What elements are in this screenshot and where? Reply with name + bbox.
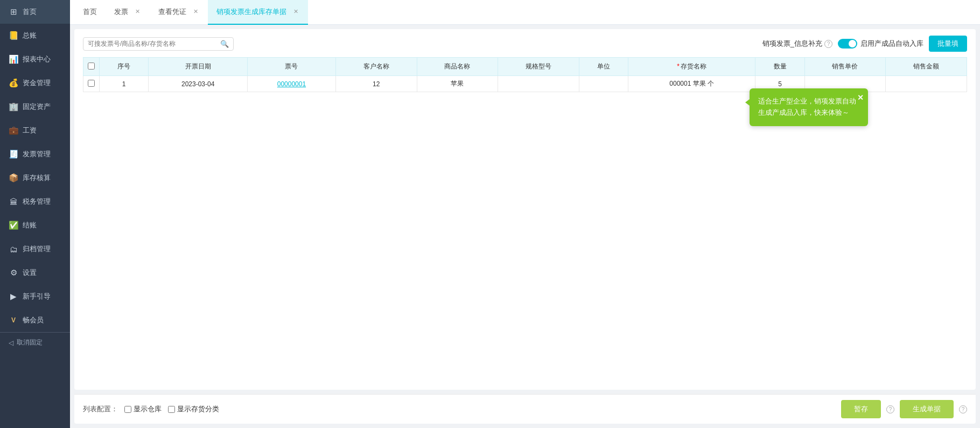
sidebar-item-tax[interactable]: 🏛 税务管理 — [0, 190, 70, 213]
home-icon: ⊞ — [9, 7, 18, 17]
sidebar-item-member[interactable]: V 畅会员 — [0, 308, 70, 332]
row-checkbox[interactable] — [88, 80, 95, 87]
sidebar-item-salary[interactable]: 💼 工资 — [0, 119, 70, 142]
sidebar-item-archive[interactable]: 🗂 归档管理 — [0, 237, 70, 261]
info-label-text: 销项发票_信息补充 — [762, 39, 822, 49]
row-checkbox-cell — [83, 76, 100, 92]
invoice-mgmt-icon: 🧾 — [9, 149, 18, 159]
bottom-bar: 列表配置： 显示仓库 显示存货分类 暂存 ? 生成单据 ? — [74, 394, 976, 424]
col-seq: 序号 — [100, 58, 149, 76]
col-product: 商品名称 — [417, 58, 498, 76]
sidebar-item-home[interactable]: ⊞ 首页 — [0, 0, 70, 24]
archive-icon: 🗂 — [9, 245, 18, 254]
show-category-label[interactable]: 显示存货分类 — [168, 404, 219, 414]
row-product: 苹果 — [417, 76, 498, 92]
tab-invoice[interactable]: 发票 ✕ — [106, 0, 150, 25]
col-qty: 数量 — [755, 58, 804, 76]
generate-button[interactable]: 生成单据 — [900, 400, 954, 418]
batch-fill-button[interactable]: 批量填 — [929, 36, 967, 52]
col-ticket-no: 票号 — [248, 58, 336, 76]
col-inventory: *存货名称 — [628, 58, 755, 76]
col-unit: 单位 — [579, 58, 628, 76]
toolbar-row: 🔍 销项发票_信息补充 ? 启用产成品自动入库 批量填 — [83, 36, 967, 52]
funds-icon: 💰 — [9, 78, 18, 88]
row-date: 2023-03-04 — [149, 76, 248, 92]
row-amount — [886, 76, 967, 92]
tab-home[interactable]: 首页 — [74, 0, 106, 25]
toggle-knob — [849, 40, 856, 47]
settings-icon: ⚙ — [9, 268, 18, 278]
tab-sales-invoice-close[interactable]: ✕ — [292, 8, 299, 16]
sidebar-item-guide[interactable]: ▶ 新手引导 — [0, 285, 70, 308]
search-wrap: 🔍 — [83, 37, 234, 51]
save-button[interactable]: 暂存 — [841, 400, 881, 418]
row-inventory: 000001 苹果 个 — [628, 76, 755, 92]
show-category-checkbox[interactable] — [168, 406, 175, 413]
row-spec — [498, 76, 579, 92]
ledger-icon: 📒 — [9, 31, 18, 40]
auto-warehouse-toggle[interactable] — [838, 39, 857, 49]
tooltip-text: 适合生产型企业，销项发票自动生成产成品入库，快来体验～ — [758, 97, 856, 116]
tooltip-popup: ✕ 适合生产型企业，销项发票自动生成产成品入库，快来体验～ — [750, 88, 868, 126]
row-seq: 1 — [100, 76, 149, 92]
guide-icon: ▶ — [9, 292, 18, 301]
search-icon: 🔍 — [220, 40, 229, 48]
sidebar-item-funds[interactable]: 💰 资金管理 — [0, 71, 70, 95]
tab-sales-invoice[interactable]: 销项发票生成库存单据 ✕ — [208, 0, 308, 25]
tab-invoice-close[interactable]: ✕ — [134, 8, 141, 16]
reports-icon: 📊 — [9, 54, 18, 64]
main-area: 首页 发票 ✕ 查看凭证 ✕ 销项发票生成库存单据 ✕ 🔍 销项发票_信息补充 … — [70, 0, 980, 428]
tab-voucher[interactable]: 查看凭证 ✕ — [150, 0, 208, 25]
info-label-wrap: 销项发票_信息补充 ? — [762, 39, 832, 49]
tax-icon: 🏛 — [9, 197, 18, 206]
col-spec: 规格型号 — [498, 58, 579, 76]
col-unit-price: 销售单价 — [804, 58, 886, 76]
sidebar-item-assets[interactable]: 🏢 固定资产 — [0, 95, 70, 119]
sidebar-item-settings[interactable]: ⚙ 设置 — [0, 261, 70, 285]
unpin-icon: ◁ — [9, 339, 13, 347]
show-warehouse-label[interactable]: 显示仓库 — [124, 404, 162, 414]
sidebar-item-inventory[interactable]: 📦 库存核算 — [0, 166, 70, 190]
data-table: 序号 开票日期 票号 客户名称 商品名称 规格型号 单位 *存货名称 数量 销售… — [83, 57, 967, 92]
sidebar-item-reports[interactable]: 📊 报表中心 — [0, 47, 70, 71]
toggle-wrap: 启用产成品自动入库 — [838, 39, 923, 49]
sidebar: ⊞ 首页 📒 总账 📊 报表中心 💰 资金管理 🏢 固定资产 💼 工资 🧾 发票… — [0, 0, 70, 428]
col-customer: 客户名称 — [335, 58, 417, 76]
list-config-label: 列表配置： — [83, 404, 118, 414]
checkout-icon: ✅ — [9, 220, 18, 230]
member-icon: V — [9, 316, 18, 324]
sidebar-item-ledger[interactable]: 📒 总账 — [0, 24, 70, 47]
select-all-checkbox[interactable] — [88, 63, 95, 70]
col-date: 开票日期 — [149, 58, 248, 76]
tab-voucher-close[interactable]: ✕ — [192, 8, 199, 16]
content-area: 🔍 销项发票_信息补充 ? 启用产成品自动入库 批量填 — [74, 29, 976, 390]
salary-icon: 💼 — [9, 126, 18, 135]
tooltip-close-button[interactable]: ✕ — [857, 92, 864, 103]
row-customer: 12 — [335, 76, 417, 92]
inventory-icon: 📦 — [9, 173, 18, 183]
row-ticket-no[interactable]: 00000001 — [248, 76, 336, 92]
row-unit — [579, 76, 628, 92]
sidebar-item-invoice-mgmt[interactable]: 🧾 发票管理 — [0, 142, 70, 166]
col-checkbox — [83, 58, 100, 76]
info-icon[interactable]: ? — [824, 40, 832, 48]
sidebar-item-checkout[interactable]: ✅ 结账 — [0, 213, 70, 237]
show-warehouse-checkbox[interactable] — [124, 406, 131, 413]
unpin-button[interactable]: ◁ 取消固定 — [0, 332, 70, 353]
action-group: 暂存 ? 生成单据 ? — [841, 400, 967, 418]
toggle-label: 启用产成品自动入库 — [860, 39, 923, 49]
generate-info-icon[interactable]: ? — [959, 405, 967, 413]
tab-bar: 首页 发票 ✕ 查看凭证 ✕ 销项发票生成库存单据 ✕ — [70, 0, 980, 25]
save-info-icon[interactable]: ? — [886, 405, 894, 413]
assets-icon: 🏢 — [9, 102, 18, 112]
col-amount: 销售金额 — [886, 58, 967, 76]
search-input[interactable] — [88, 40, 217, 47]
